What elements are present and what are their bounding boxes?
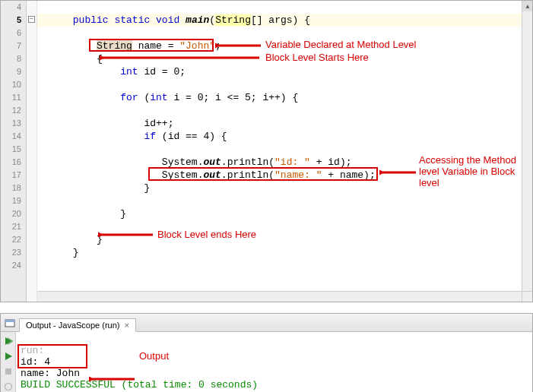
console-line: id: 4 xyxy=(21,356,50,368)
code-line: } xyxy=(37,207,522,220)
output-tabbar: Output - JavaScope (run) × xyxy=(1,314,532,332)
annotation-var-decl: Variable Declared at Method Level xyxy=(265,39,417,50)
editor-pane: 4 5 6 7 8 9 10 11 12 13 14 15 16 17 18 1… xyxy=(0,0,533,302)
console-output[interactable]: run: id: 4 name: John BUILD SUCCESSFUL (… xyxy=(16,332,532,392)
output-pane: Output - JavaScope (run) × run: id: 4 na… xyxy=(0,313,533,392)
output-tab[interactable]: Output - JavaScope (run) × xyxy=(19,318,136,332)
settings-icon[interactable] xyxy=(2,381,14,392)
console-line: BUILD SUCCESSFUL (total time: 0 seconds) xyxy=(21,379,258,390)
annotation-block-start: Block Level Starts Here xyxy=(265,52,369,63)
fold-column: − xyxy=(27,1,37,302)
code-line: } xyxy=(37,233,522,246)
code-line xyxy=(37,194,522,207)
code-line: int id = 0; xyxy=(37,65,522,78)
scroll-corner xyxy=(522,291,532,302)
code-line: id++; xyxy=(37,117,522,130)
console-line: run: xyxy=(21,345,44,356)
pane-divider[interactable] xyxy=(0,302,533,313)
code-line: } xyxy=(37,246,522,259)
fold-toggle[interactable]: − xyxy=(28,16,35,23)
line-gutter: 4 5 6 7 8 9 10 11 12 13 14 15 16 17 18 1… xyxy=(1,1,27,302)
horizontal-scrollbar[interactable] xyxy=(37,291,522,302)
annotation-output: Output xyxy=(139,350,169,362)
code-line: for (int i = 0; i <= 5; i++) { xyxy=(37,91,522,104)
output-icon xyxy=(4,317,16,329)
close-icon[interactable]: × xyxy=(125,321,129,330)
annotation-block-end: Block Level ends Here xyxy=(157,229,256,240)
console-line: name: John xyxy=(21,368,80,379)
svg-rect-6 xyxy=(5,368,11,375)
run-icon[interactable] xyxy=(2,350,14,362)
code-line: public static void main(String[] args) { xyxy=(37,14,522,27)
stop-icon[interactable] xyxy=(2,365,14,378)
code-line xyxy=(37,220,522,233)
code-line xyxy=(37,1,522,14)
svg-rect-5 xyxy=(5,320,14,322)
annotation-accessing: Accessing the Method level Variable in B… xyxy=(419,154,525,188)
code-line xyxy=(37,104,522,117)
svg-point-7 xyxy=(5,384,11,390)
code-line xyxy=(37,259,522,272)
vertical-scrollbar[interactable]: ▲ xyxy=(522,1,532,291)
code-line xyxy=(37,78,522,91)
tab-label: Output - JavaScope (run) xyxy=(26,321,120,330)
rerun-icon[interactable] xyxy=(2,335,14,347)
code-line: if (id == 4) { xyxy=(37,130,522,143)
output-toolbar xyxy=(1,332,16,392)
code-line xyxy=(37,27,522,40)
